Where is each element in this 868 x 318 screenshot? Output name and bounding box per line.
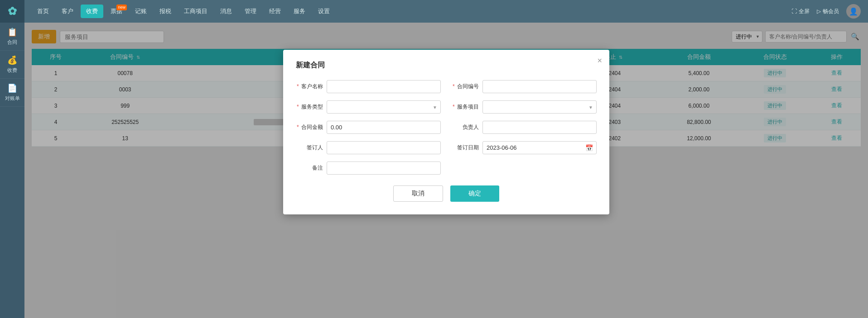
- play-icon: ▷: [817, 8, 821, 14]
- nav-service[interactable]: 服务: [288, 5, 311, 18]
- nav-management[interactable]: 管理: [239, 5, 262, 18]
- form-row-1: * 客户名称 * 合同编号: [296, 80, 597, 93]
- sidebar-item-reconcile[interactable]: 📄 对账单: [0, 79, 24, 107]
- note-input[interactable]: [327, 161, 441, 175]
- form-group-amount: * 合同金额: [296, 121, 441, 134]
- service-item-select[interactable]: [482, 100, 597, 114]
- sidebar-item-contract[interactable]: 📋 合同: [0, 23, 24, 51]
- required-star-5: *: [297, 124, 299, 130]
- nav-tickets[interactable]: 票据 new: [105, 5, 128, 18]
- required-star: *: [297, 83, 299, 90]
- service-type-select-wrapper: [327, 100, 441, 114]
- fullscreen-icon: ⛶: [791, 8, 797, 14]
- customer-name-input[interactable]: [327, 80, 441, 93]
- modal-footer: 取消 确定: [296, 185, 597, 202]
- sidebar-item-receipts-label: 收费: [7, 67, 17, 74]
- required-star-3: *: [297, 104, 299, 110]
- nav-tax[interactable]: 报税: [154, 5, 177, 18]
- nav-operations[interactable]: 经营: [264, 5, 286, 18]
- sidebar-item-receipts[interactable]: 💰 收费: [0, 51, 24, 79]
- content-area: 新增 进行中 已结束 全部 🔍 序号: [24, 23, 868, 318]
- sidebar-item-reconcile-label: 对账单: [5, 95, 20, 102]
- form-row-2: * 服务类型 * 服务项目: [296, 100, 597, 114]
- required-star-2: *: [453, 83, 455, 90]
- reconcile-icon: 📄: [7, 83, 17, 93]
- form-row-5: 备注: [296, 161, 597, 175]
- note-label: 备注: [296, 164, 323, 172]
- topnav: 首页 客户 收费 票据 new 记账 报税 工商项目 消息 管理 经营 服务 设…: [24, 0, 868, 23]
- logo-icon: ✿: [8, 5, 17, 18]
- nav-customer[interactable]: 客户: [56, 5, 79, 18]
- required-star-4: *: [453, 104, 455, 110]
- cancel-button[interactable]: 取消: [393, 185, 443, 202]
- contract-no-label: * 合同编号: [452, 83, 479, 90]
- form-group-service-item: * 服务项目: [452, 100, 597, 114]
- responsible-input[interactable]: [482, 121, 597, 134]
- form-row-3: * 合同金额 负责人: [296, 121, 597, 134]
- receipts-icon: 💰: [7, 55, 17, 65]
- form-group-note: 备注: [296, 161, 441, 175]
- new-badge: new: [116, 5, 127, 10]
- service-item-label: * 服务项目: [452, 103, 479, 111]
- customer-name-label: * 客户名称: [296, 83, 323, 90]
- avatar-icon: 👤: [849, 7, 858, 16]
- modal-overlay: 新建合同 × * 客户名称 * 合同编号: [24, 23, 868, 318]
- signatory-label: 签订人: [296, 144, 323, 152]
- form-group-contract-no: * 合同编号: [452, 80, 597, 93]
- modal-close-button[interactable]: ×: [597, 56, 602, 66]
- form-group-service-type: * 服务类型: [296, 100, 441, 114]
- fullscreen-label: 全屏: [799, 8, 810, 15]
- contract-icon: 📋: [7, 27, 17, 37]
- sidebar: ✿ 📋 合同 💰 收费 📄 对账单: [0, 0, 24, 318]
- calendar-icon[interactable]: 📅: [585, 144, 593, 152]
- nav-commerce[interactable]: 工商项目: [178, 5, 213, 18]
- form-row-4: 签订人 签订日期 📅: [296, 141, 597, 154]
- contract-no-input[interactable]: [482, 80, 597, 93]
- fullscreen-button[interactable]: ⛶ 全屏: [791, 8, 810, 15]
- form-group-signatory: 签订人: [296, 141, 441, 154]
- responsible-label: 负责人: [452, 123, 479, 131]
- sidebar-item-contract-label: 合同: [7, 39, 17, 46]
- service-type-label: * 服务类型: [296, 103, 323, 111]
- form-group-sign-date: 签订日期 📅: [452, 141, 597, 154]
- amount-input[interactable]: [327, 121, 441, 134]
- member-button[interactable]: ▷ 畅会员: [817, 8, 839, 15]
- sign-date-label: 签订日期: [452, 144, 479, 152]
- nav-home[interactable]: 首页: [32, 5, 54, 18]
- amount-label: * 合同金额: [296, 123, 323, 131]
- service-item-select-wrapper: [482, 100, 597, 114]
- nav-settings[interactable]: 设置: [313, 5, 335, 18]
- main-area: 首页 客户 收费 票据 new 记账 报税 工商项目 消息 管理 经营 服务 设…: [24, 0, 868, 318]
- service-type-select[interactable]: [327, 100, 441, 114]
- member-label: 畅会员: [823, 8, 839, 15]
- avatar[interactable]: 👤: [846, 4, 861, 19]
- form-group-customer-name: * 客户名称: [296, 80, 441, 93]
- form-group-responsible: 负责人: [452, 121, 597, 134]
- new-contract-modal: 新建合同 × * 客户名称 * 合同编号: [283, 50, 609, 214]
- app-logo: ✿: [0, 0, 24, 23]
- sign-date-input[interactable]: [482, 141, 597, 154]
- nav-bookkeeping[interactable]: 记账: [130, 5, 152, 18]
- nav-messages[interactable]: 消息: [215, 5, 237, 18]
- confirm-button[interactable]: 确定: [450, 185, 499, 202]
- nav-receipts[interactable]: 收费: [81, 5, 103, 18]
- topnav-right: ⛶ 全屏 ▷ 畅会员 👤: [791, 4, 861, 19]
- signatory-input[interactable]: [327, 141, 441, 154]
- date-input-wrapper: 📅: [482, 141, 597, 154]
- modal-title: 新建合同: [296, 61, 597, 70]
